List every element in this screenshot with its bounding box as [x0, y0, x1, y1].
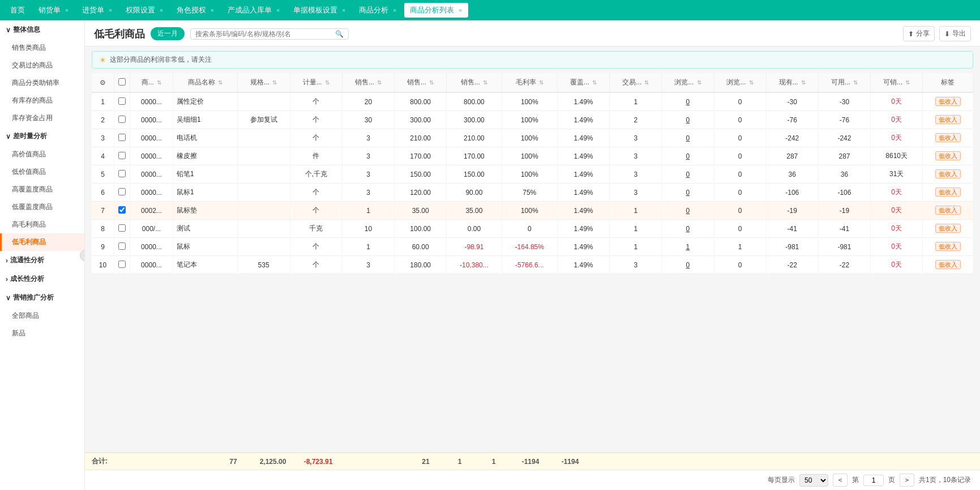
row-sales-qty-5: 3 [342, 184, 394, 202]
row-views1-4[interactable]: 0 [662, 165, 714, 184]
search-icon[interactable]: 🔍 [335, 30, 344, 38]
row-checkbox-2[interactable] [114, 129, 130, 147]
row-sales-qty-0: 20 [342, 92, 394, 111]
export-button[interactable]: ⬇ 导出 [939, 26, 971, 41]
row-no-1: 2 [92, 111, 114, 129]
sidebar-item-low-value[interactable]: 低价值商品 [0, 163, 84, 181]
row-unit-9: 个 [290, 256, 342, 274]
row-views1-7[interactable]: 0 [662, 220, 714, 238]
footer-trans: 21 [409, 458, 443, 466]
sidebar-item-category-rate[interactable]: 商品分类助销率 [0, 74, 84, 92]
row-trans-6: 1 [610, 202, 662, 220]
share-button[interactable]: ⬆ 分享 [903, 26, 935, 41]
sidebar-item-sales-goods[interactable]: 销售类商品 [0, 39, 84, 57]
row-views1-3[interactable]: 0 [662, 147, 714, 165]
search-box: 🔍 [190, 28, 349, 40]
nav-product-entry[interactable]: 产成品入库单 × [222, 3, 285, 18]
sidebar-item-in-stock[interactable]: 有库存的商品 [0, 92, 84, 109]
nav-home[interactable]: 首页 [5, 3, 31, 18]
row-sales-qty-1: 30 [342, 111, 394, 129]
col-checkbox[interactable] [114, 73, 130, 92]
col-coverage: 覆盖... ⇅ [557, 73, 609, 92]
nav-template[interactable]: 单据模板设置 × [288, 3, 351, 18]
col-views1: 浏览... ⇅ [662, 73, 714, 92]
row-coverage-1: 1.49% [557, 111, 609, 129]
row-views1-9[interactable]: 0 [662, 256, 714, 274]
row-views1-6[interactable]: 0 [662, 202, 714, 220]
row-current-8: -981 [766, 238, 818, 256]
sidebar-item-high-coverage[interactable]: 高覆盖度商品 [0, 181, 84, 198]
prev-page-btn[interactable]: ＜ [833, 474, 848, 487]
sidebar-item-all-goods[interactable]: 全部商品 [0, 307, 84, 325]
row-checkbox-8[interactable] [114, 238, 130, 256]
sidebar-item-traded-goods[interactable]: 交易过的商品 [0, 57, 84, 74]
row-available-4: 36 [818, 165, 870, 184]
row-coverage-0: 1.49% [557, 92, 609, 111]
row-spec-3 [237, 147, 290, 165]
search-input[interactable] [195, 30, 333, 38]
col-sales-amount: 销售... ⇅ [447, 73, 502, 92]
sidebar-group-diff-analysis[interactable]: ∨ 差时量分析 [0, 127, 84, 146]
row-checkbox-0[interactable] [114, 92, 130, 111]
row-checkbox-4[interactable] [114, 165, 130, 184]
row-sellable-3: 8610天 [871, 147, 923, 165]
date-filter-button[interactable]: 近一月 [151, 27, 185, 40]
per-page-select[interactable]: 50 20 100 [799, 474, 828, 487]
row-name-5: 鼠标1 [173, 184, 237, 202]
row-unit-3: 件 [290, 147, 342, 165]
nav-sales[interactable]: 销货单 × [33, 3, 74, 18]
row-views2-0: 0 [714, 92, 766, 111]
sidebar-group-marketing[interactable]: ∨ 营销推广分析 [0, 288, 84, 307]
row-checkbox-7[interactable] [114, 220, 130, 238]
sidebar-item-low-margin[interactable]: 低毛利商品 [0, 233, 84, 251]
row-no-4: 5 [92, 165, 114, 184]
page-input[interactable] [863, 475, 884, 486]
row-code-0: 0000... [130, 92, 173, 111]
row-checkbox-9[interactable] [114, 256, 130, 274]
row-current-3: 287 [766, 147, 818, 165]
row-coverage-5: 1.49% [557, 184, 609, 202]
row-available-9: -22 [818, 256, 870, 274]
nav-goods-analysis[interactable]: 商品分析 × [353, 3, 402, 18]
row-gross-margin-3: 100% [502, 147, 557, 165]
row-spec-8 [237, 238, 290, 256]
sidebar: « ∨ 整体信息 销售类商品 交易过的商品 商品分类助销率 有库存的商品 库存资… [0, 20, 85, 490]
row-views1-2[interactable]: 0 [662, 129, 714, 147]
row-spec-1: 参加复试 [237, 111, 290, 129]
row-checkbox-1[interactable] [114, 111, 130, 129]
nav-purchase[interactable]: 进货单 × [76, 3, 118, 18]
col-settings[interactable]: ⚙ [92, 73, 114, 92]
row-views1-5[interactable]: 0 [662, 184, 714, 202]
main-content: 低毛利商品 近一月 🔍 ⬆ 分享 ⬇ 导出 ☀ 这部分商品的利润非常低，请关注 [85, 20, 980, 490]
sidebar-group-liquidity[interactable]: › 流通性分析 [0, 251, 84, 270]
sidebar-item-low-coverage[interactable]: 低覆盖度商品 [0, 198, 84, 216]
row-trans-1: 2 [610, 111, 662, 129]
row-checkbox-3[interactable] [114, 147, 130, 165]
sidebar-item-capital[interactable]: 库存资金占用 [0, 109, 84, 127]
col-sales-qty: 销售... ⇅ [342, 73, 394, 92]
row-views1-1[interactable]: 0 [662, 111, 714, 129]
sidebar-item-new-goods[interactable]: 新品 [0, 325, 84, 342]
row-checkbox-5[interactable] [114, 184, 130, 202]
row-views1-8[interactable]: 1 [662, 238, 714, 256]
select-all-checkbox[interactable] [118, 78, 126, 86]
row-available-5: -106 [818, 184, 870, 202]
nav-roles[interactable]: 角色授权 × [171, 3, 220, 18]
footer-views2: 1 [477, 458, 511, 466]
row-current-4: 36 [766, 165, 818, 184]
row-trans-5: 3 [610, 184, 662, 202]
table-row: 3 0000... 电话机 个 3 210.00 210.00 100% 1.4… [92, 129, 973, 147]
sidebar-item-high-margin[interactable]: 高毛利商品 [0, 216, 84, 233]
sidebar-item-high-value[interactable]: 高价值商品 [0, 146, 84, 163]
row-sales-price-8: 60.00 [395, 238, 447, 256]
row-coverage-4: 1.49% [557, 165, 609, 184]
row-views1-0[interactable]: 0 [662, 92, 714, 111]
sidebar-group-growth[interactable]: › 成长性分析 [0, 270, 84, 288]
row-checkbox-6[interactable] [114, 202, 130, 220]
row-code-4: 0000... [130, 165, 173, 184]
next-page-btn[interactable]: ＞ [900, 474, 914, 487]
nav-permissions[interactable]: 权限设置 × [120, 3, 169, 18]
row-sellable-5: 0天 [871, 184, 923, 202]
nav-goods-analysis-list[interactable]: 商品分析列表 × [404, 3, 468, 18]
sidebar-group-overall[interactable]: ∨ 整体信息 [0, 20, 84, 39]
